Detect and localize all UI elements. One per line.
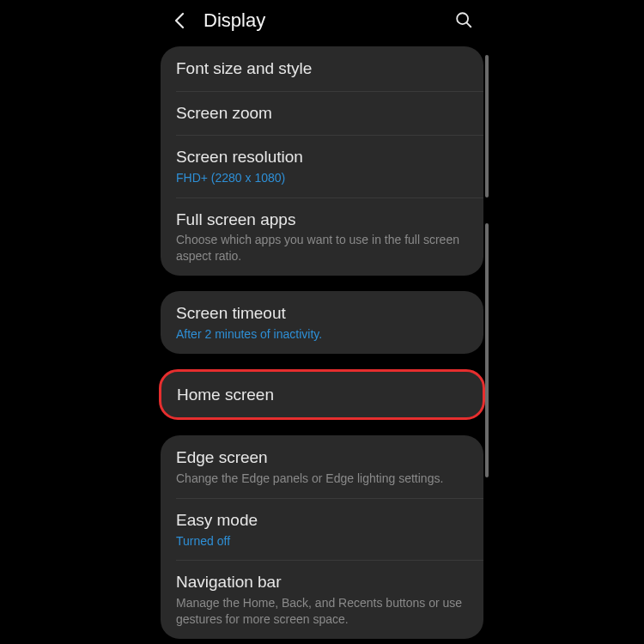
- settings-content: Font size and style Screen zoom Screen r…: [154, 46, 490, 644]
- scrollbar[interactable]: [485, 55, 489, 197]
- scrollbar[interactable]: [485, 223, 489, 477]
- back-icon[interactable]: [169, 11, 188, 30]
- item-subtext: Change the Edge panels or Edge lighting …: [176, 471, 468, 487]
- item-screen-resolution[interactable]: Screen resolution FHD+ (2280 x 1080): [161, 135, 483, 197]
- item-title: Screen zoom: [176, 102, 468, 125]
- item-screen-zoom[interactable]: Screen zoom: [161, 91, 483, 136]
- item-subtext: FHD+ (2280 x 1080): [176, 170, 468, 186]
- item-title: Navigation bar: [176, 571, 468, 593]
- item-title: Screen resolution: [176, 146, 468, 168]
- item-subtext: Choose which apps you want to use in the…: [176, 232, 468, 264]
- item-title: Home screen: [177, 384, 467, 406]
- item-home-screen[interactable]: Home screen: [161, 372, 483, 418]
- item-title: Easy mode: [176, 509, 468, 532]
- item-title: Screen timeout: [176, 302, 468, 325]
- item-subtext: After 2 minutes of inactivity.: [176, 326, 468, 343]
- item-title: Font size and style: [176, 58, 468, 80]
- item-title: Edge screen: [176, 447, 468, 469]
- settings-card: Screen timeout After 2 minutes of inacti…: [161, 291, 483, 354]
- item-font-size[interactable]: Font size and style: [161, 46, 483, 91]
- page-title: Display: [204, 9, 454, 32]
- item-easy-mode[interactable]: Easy mode Turned off: [161, 498, 483, 561]
- item-full-screen-apps[interactable]: Full screen apps Choose which apps you w…: [161, 197, 483, 276]
- item-title: Full screen apps: [176, 209, 468, 231]
- settings-card: Font size and style Screen zoom Screen r…: [161, 46, 483, 276]
- svg-line-1: [467, 23, 471, 27]
- item-subtext: Manage the Home, Back, and Recents butto…: [176, 595, 468, 628]
- item-screen-timeout[interactable]: Screen timeout After 2 minutes of inacti…: [161, 291, 483, 354]
- app-header: Display: [154, 0, 490, 46]
- item-navigation-bar[interactable]: Navigation bar Manage the Home, Back, an…: [161, 560, 483, 638]
- phone-frame: Display Font size and style Screen zoom …: [154, 0, 490, 644]
- item-subtext: Turned off: [176, 533, 468, 550]
- settings-card: Edge screen Change the Edge panels or Ed…: [161, 435, 483, 638]
- search-icon[interactable]: [454, 10, 475, 31]
- settings-card-highlighted: Home screen: [159, 369, 485, 421]
- item-edge-screen[interactable]: Edge screen Change the Edge panels or Ed…: [161, 435, 483, 498]
